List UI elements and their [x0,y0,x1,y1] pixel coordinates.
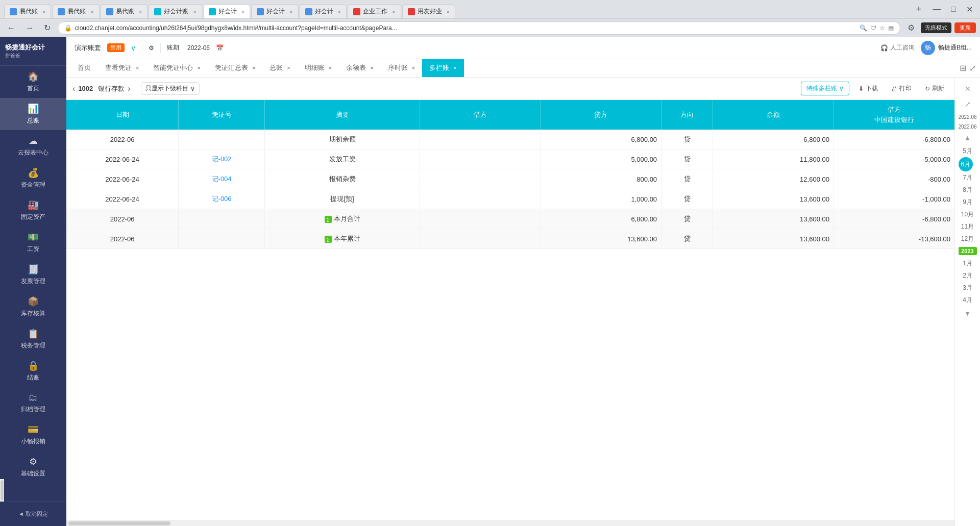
month-item-10月[interactable]: 10月 [959,208,977,220]
sidebar-item-salary[interactable]: 💵工资 [0,227,66,259]
forward-button[interactable]: → [22,22,37,34]
nav-tab-close-smart-voucher[interactable]: × [197,65,200,71]
browser-tab-t5[interactable]: 好会计× [203,4,250,18]
close-browser-button[interactable]: ✕ [963,4,976,15]
nav-tab-voucher[interactable]: 查看凭证× [98,59,146,78]
next-account-button[interactable]: › [128,84,130,93]
sidebar-item-reports[interactable]: ☁云报表中心 [0,130,66,162]
print-button[interactable]: 🖨 打印 [887,82,916,95]
nav-tab-close-sequence-ledger[interactable]: × [412,65,415,71]
tab-close-t3[interactable]: × [139,9,142,15]
sidebar-item-home[interactable]: 🏠首页 [0,66,66,98]
sidebar-item-tax[interactable]: 📋税务管理 [0,323,66,355]
download-button[interactable]: ⬇ 下载 [854,82,882,95]
pin-button[interactable]: ◄ 取消固定 [5,507,61,521]
tab-close-t9[interactable]: × [447,9,450,15]
search-icon[interactable]: 🔍 [860,24,867,32]
month-item-5月[interactable]: 5月 [959,145,977,157]
minimize-button[interactable]: — [929,4,944,15]
back-button[interactable]: ← [4,22,18,34]
browser-tab-t9[interactable]: 用友好业× [402,4,455,18]
browser-tab-t7[interactable]: 好会计× [300,4,347,18]
month-item-11月[interactable]: 11月 [959,220,977,233]
browser-tab-t4[interactable]: 好会计账× [149,4,202,18]
collapse-panel-button[interactable]: ✕ [962,82,974,96]
nav-tab-home[interactable]: 首页 [70,59,98,78]
nav-tab-sequence-ledger[interactable]: 序时账× [381,59,422,78]
settings-toolbar-item[interactable]: ⚙ [149,44,154,52]
sidebar-item-ledger[interactable]: 📊总账 [0,98,66,130]
sidebar-scrollbar[interactable] [0,479,4,502]
browser-tab-t8[interactable]: 企业工作× [348,4,401,18]
sidebar-item-settings[interactable]: ⚙基础设置 [0,451,66,479]
tab-close-t8[interactable]: × [392,9,395,15]
browser-tab-t1[interactable]: 易代账× [4,4,51,18]
sidebar-scroll-thumb[interactable] [1,480,4,500]
bottom-scrollbar[interactable] [66,520,954,526]
nav-tab-multi-ledger[interactable]: 多栏账× [422,59,463,78]
sidebar-item-assets[interactable]: 🏭固定资产 [0,194,66,227]
calendar-icon[interactable]: 📅 [216,44,224,52]
nav-tab-balance[interactable]: 余额表× [339,59,380,78]
tab-close-t1[interactable]: × [42,9,45,15]
sidebar-item-close[interactable]: 🔒结账 [0,355,66,387]
nav-tab-close-multi-ledger[interactable]: × [453,65,456,71]
tab-close-t4[interactable]: × [193,9,196,15]
address-bar[interactable]: 🔒 cloud2.chanjet.com/accounting/uh26t264… [58,21,900,35]
incognito-button[interactable]: 无痕模式 [921,22,951,33]
browser-tab-t3[interactable]: 易代账× [101,4,148,18]
refresh-browser-button[interactable]: ↻ [41,22,54,34]
tab-collapse-button[interactable]: ⊞ ⤢ [960,63,976,73]
extensions-button[interactable]: ⚙ [904,22,918,34]
scroll-up-button[interactable]: ▲ [962,132,973,144]
tab-close-t7[interactable]: × [338,9,341,15]
month-item-6月[interactable]: 6月 [959,157,973,171]
nav-tab-close-balance[interactable]: × [370,65,373,71]
special-multicolumn-button[interactable]: 特殊多栏账 ∨ [801,82,849,95]
nav-tab-close-voucher[interactable]: × [136,65,139,71]
nav-tab-close-general-ledger[interactable]: × [287,65,290,71]
prev-account-button[interactable]: ‹ [72,84,75,93]
sidebar-item-invoice[interactable]: 🧾发票管理 [0,259,66,291]
sidebar-item-funds[interactable]: 💰资金管理 [0,162,66,194]
dropdown-icon[interactable]: ∨ [131,44,136,52]
cell-voucher[interactable]: 记-006 [179,189,265,209]
update-button[interactable]: 更新 [954,22,976,33]
month-item-12月[interactable]: 12月 [959,233,977,245]
refresh-ledger-button[interactable]: ↻ 刷新 [921,82,948,95]
maximize-button[interactable]: □ [948,4,959,15]
month-item-2023-3月[interactable]: 3月 [959,282,977,294]
month-item-2023-1月[interactable]: 1月 [959,257,977,269]
month-item-7月[interactable]: 7月 [959,171,977,184]
sidebar-toggle-icon[interactable]: ▤ [888,24,894,32]
tab-close-t6[interactable]: × [289,9,292,15]
tab-close-t5[interactable]: × [241,9,244,15]
scroll-thumb[interactable] [68,521,170,525]
nav-tab-general-ledger[interactable]: 总账× [262,59,297,78]
user-info[interactable]: 畅 畅捷通B组... [921,41,972,55]
extension-icon[interactable]: 🛡 [870,24,876,32]
month-item-2023-2月[interactable]: 2月 [959,269,977,282]
nav-tab-close-detail-ledger[interactable]: × [329,65,332,71]
cell-voucher[interactable]: 记-002 [179,149,265,169]
service-button[interactable]: 🎧 人工咨询 [880,43,915,52]
browser-tab-t6[interactable]: 好会计× [251,4,298,18]
nav-tab-detail-ledger[interactable]: 明细账× [298,59,339,78]
nav-tab-smart-voucher[interactable]: 智能凭证中心× [146,59,207,78]
new-tab-button[interactable]: + [912,4,926,15]
sidebar-item-inventory[interactable]: 📦库存核算 [0,291,66,323]
expand-panel-button[interactable]: ⤢ [962,97,974,111]
cell-voucher[interactable]: 记-004 [179,169,265,189]
tab-close-t2[interactable]: × [90,9,93,15]
nav-tab-voucher-summary[interactable]: 凭证汇总表× [208,59,262,78]
browser-tab-t2[interactable]: 易代账× [52,4,99,18]
sub-account-filter[interactable]: 只显示下级科目 ∨ [141,82,200,95]
month-item-8月[interactable]: 8月 [959,184,977,196]
sidebar-item-archive[interactable]: 🗂归档管理 [0,387,66,419]
month-item-2023-4月[interactable]: 4月 [959,294,977,306]
bookmark-icon[interactable]: ☆ [879,24,885,32]
sidebar-item-expense[interactable]: 💳小畅报销 [0,419,66,451]
month-item-9月[interactable]: 9月 [959,196,977,208]
nav-tab-close-voucher-summary[interactable]: × [252,65,255,71]
scroll-down-button[interactable]: ▼ [962,307,973,319]
